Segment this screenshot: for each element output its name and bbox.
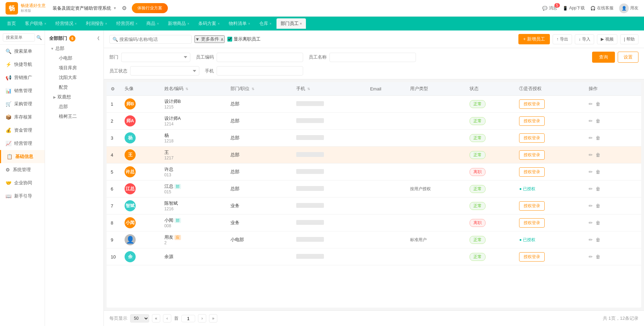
sidebar-search-input[interactable] xyxy=(3,33,35,42)
edit-button[interactable]: ✏ xyxy=(589,186,593,192)
auth-button[interactable]: 授权登录 xyxy=(519,167,545,177)
delete-button[interactable]: 🗑 xyxy=(596,101,600,107)
add-employee-button[interactable]: + 新增员工 xyxy=(518,34,550,44)
settings-gear-button[interactable]: ⚙ xyxy=(119,3,129,13)
delete-button[interactable]: 🗑 xyxy=(596,203,600,209)
close-tab-icon[interactable]: × xyxy=(248,22,250,26)
sidebar-item-资金管理[interactable]: 💰资金管理 xyxy=(0,124,45,137)
delete-button[interactable]: 🗑 xyxy=(596,135,600,141)
edit-button[interactable]: ✏ xyxy=(589,203,593,209)
nav-tab-利润报告[interactable]: 利润报告× xyxy=(82,18,111,29)
page-number-input[interactable] xyxy=(181,315,195,322)
close-tab-icon[interactable]: × xyxy=(136,22,138,26)
delete-button[interactable]: 🗑 xyxy=(596,169,600,175)
dept-node-沈阳大库[interactable]: 沈阳大库 xyxy=(45,73,103,82)
prev-page-button[interactable]: ‹ xyxy=(163,314,171,323)
sidebar-item-经营管理[interactable]: 📈经营管理 xyxy=(0,137,45,150)
auth-button[interactable]: 授权登录 xyxy=(519,133,545,143)
auth-button[interactable]: 授权登录 xyxy=(519,252,545,262)
sidebar-item-采购管理[interactable]: 🛒采购管理 xyxy=(0,97,45,111)
nav-tab-客户联络[interactable]: 客户联络× xyxy=(21,18,51,29)
trial-button[interactable]: 体验行业方案 xyxy=(132,3,168,13)
search-input[interactable] xyxy=(119,37,189,42)
edit-button[interactable]: ✏ xyxy=(589,169,593,175)
delete-button[interactable]: 🗑 xyxy=(596,118,600,124)
sidebar-item-系统管理[interactable]: ⚙系统管理 xyxy=(0,163,45,176)
show-resigned-checkbox[interactable] xyxy=(227,37,232,42)
next-page-button[interactable]: › xyxy=(198,314,206,323)
nav-tab-仓库[interactable]: 仓库× xyxy=(255,18,276,29)
dept-node-双鹿想[interactable]: ▶双鹿想 xyxy=(45,92,103,102)
message-button[interactable]: 💬 消息 5 xyxy=(542,5,557,11)
col-settings[interactable]: ⚙ xyxy=(107,82,120,96)
dept-select[interactable]: 总部 小电部 业务 xyxy=(121,53,190,62)
auth-button[interactable]: 授权登录 xyxy=(519,116,545,126)
first-page-button[interactable]: « xyxy=(152,314,160,323)
nav-tab-经营历程[interactable]: 经营历程× xyxy=(112,18,142,29)
dept-node-项目库房[interactable]: 项目库房 xyxy=(45,63,103,73)
delete-button[interactable]: 🗑 xyxy=(596,186,600,192)
emp-name-input[interactable] xyxy=(329,53,416,62)
app-download-button[interactable]: 📱 App下载 xyxy=(563,5,585,11)
auth-button[interactable]: 授权登录 xyxy=(519,201,545,211)
dept-node-总部[interactable]: ▼总部 xyxy=(45,44,103,53)
sidebar-item-搜索菜单[interactable]: 🔍搜索菜单 xyxy=(0,45,45,58)
dept-node-小电部[interactable]: 小电部 xyxy=(45,53,103,63)
close-tab-icon[interactable]: × xyxy=(300,22,302,26)
export-button[interactable]: ↑ 导出 xyxy=(553,34,572,44)
edit-button[interactable]: ✏ xyxy=(589,237,593,243)
query-button[interactable]: 查询 xyxy=(592,52,615,63)
dropdown-arrow-icon[interactable]: ▼ xyxy=(113,6,117,10)
close-tab-icon[interactable]: × xyxy=(105,22,107,26)
delete-button[interactable]: 🗑 xyxy=(596,152,600,158)
delete-button[interactable]: 🗑 xyxy=(596,254,600,259)
page-size-select[interactable]: 50 20 100 xyxy=(130,314,149,323)
auth-button[interactable]: 授权登录 xyxy=(519,218,545,228)
edit-button[interactable]: ✏ xyxy=(589,220,593,226)
sidebar-item-营销推广[interactable]: 📢营销推广 xyxy=(0,71,45,84)
video-button[interactable]: ▶ 视频 xyxy=(597,34,617,44)
more-filter-button[interactable]: ▼ 更多条件 ∧ xyxy=(194,35,225,43)
dept-node-总部[interactable]: 总部 xyxy=(45,102,103,112)
dept-node-配货[interactable]: 配货 xyxy=(45,82,103,92)
edit-button[interactable]: ✏ xyxy=(589,101,593,107)
edit-button[interactable]: ✏ xyxy=(589,135,593,141)
sidebar-item-基础信息[interactable]: 📋基础信息 xyxy=(0,150,45,163)
close-tab-icon[interactable]: × xyxy=(157,22,159,26)
delete-button[interactable]: 🗑 xyxy=(596,237,600,243)
nav-tab-新增商品[interactable]: 新增商品× xyxy=(164,18,193,29)
last-page-button[interactable]: » xyxy=(209,314,217,323)
nav-tab-条码方案[interactable]: 条码方案× xyxy=(194,18,224,29)
nav-tab-经营情况[interactable]: 经营情况× xyxy=(51,18,81,29)
close-tab-icon[interactable]: × xyxy=(75,22,77,26)
close-tab-icon[interactable]: × xyxy=(44,22,46,26)
close-tab-icon[interactable]: × xyxy=(270,22,272,26)
edit-button[interactable]: ✏ xyxy=(589,152,593,158)
delete-button[interactable]: 🗑 xyxy=(596,220,600,226)
dept-node-植树王二[interactable]: 植树王二 xyxy=(45,112,103,121)
nav-tab-物料清单[interactable]: 物料清单× xyxy=(225,18,254,29)
edit-button[interactable]: ✏ xyxy=(589,118,593,124)
dept-collapse-button[interactable]: 《 xyxy=(95,36,99,42)
close-tab-icon[interactable]: × xyxy=(187,22,189,26)
emp-status-select[interactable]: 正常 离职 xyxy=(130,66,199,76)
sidebar-item-销售管理[interactable]: 📊销售管理 xyxy=(0,84,45,97)
nav-tab-首页[interactable]: 首页 xyxy=(3,18,20,29)
phone-input[interactable] xyxy=(217,66,303,76)
nav-tab-部门员工[interactable]: 部门员工× xyxy=(276,18,306,29)
online-service-button[interactable]: 🎧 在线客服 xyxy=(590,5,614,11)
emp-code-input[interactable] xyxy=(217,53,303,62)
import-button[interactable]: ↓ 导入 xyxy=(575,34,594,44)
close-tab-icon[interactable]: × xyxy=(218,22,220,26)
filter-settings-button[interactable]: 设置 xyxy=(618,52,638,63)
help-button[interactable]: | 帮助 xyxy=(620,34,638,44)
nav-tab-商品[interactable]: 商品× xyxy=(142,18,163,29)
sidebar-item-新手引导[interactable]: 📖新手引导 xyxy=(0,190,45,203)
sidebar-item-快捷导航[interactable]: ⚡快捷导航 xyxy=(0,58,45,71)
auth-button[interactable]: 授权登录 xyxy=(519,99,545,109)
edit-button[interactable]: ✏ xyxy=(589,254,593,259)
user-avatar[interactable]: 👤 用友 xyxy=(619,3,638,13)
auth-button[interactable]: 授权登录 xyxy=(519,150,545,160)
sidebar-item-企业协同[interactable]: 🤝企业协同 xyxy=(0,176,45,190)
sidebar-item-库存核算[interactable]: 📦库存核算 xyxy=(0,111,45,124)
